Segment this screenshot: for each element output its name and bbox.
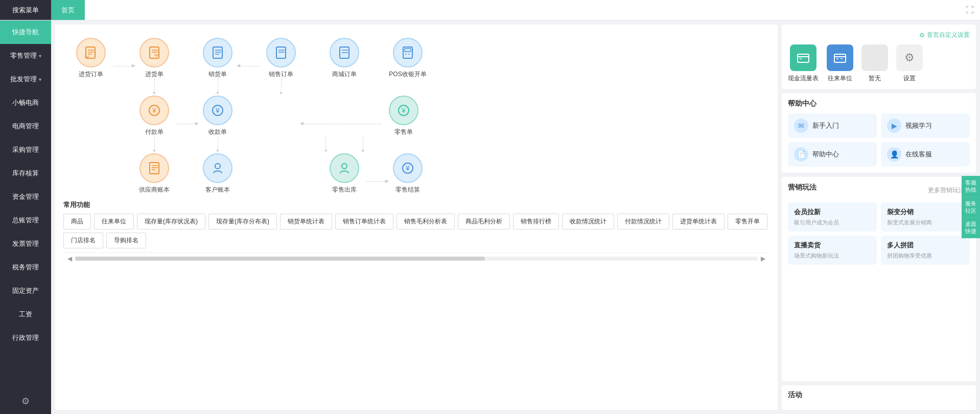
svg-text:¥: ¥ xyxy=(215,106,220,114)
sidebar-item-admin[interactable]: 行政管理 xyxy=(0,326,51,350)
node-lingshougiesuan[interactable]: ¥ 零售结算 xyxy=(385,153,430,194)
activity-title: 活动 xyxy=(788,390,970,400)
float-btn-desktop[interactable]: 桌面快捷 xyxy=(962,217,980,238)
sidebar-item-invoice[interactable]: 发票管理 xyxy=(0,232,51,256)
arrow-1-2 xyxy=(113,66,132,79)
cf-btn-goods[interactable]: 商品 xyxy=(63,214,91,229)
node-jinhuodan[interactable]: 进货单 xyxy=(132,38,177,79)
bottom-scrollbar[interactable]: ◀ ▶ xyxy=(63,252,769,264)
svg-rect-26 xyxy=(150,163,159,174)
cf-btn-store-rank[interactable]: 门店排名 xyxy=(63,233,103,248)
sidebar-item-ledger[interactable]: 总账管理 xyxy=(0,209,51,232)
settings-icon[interactable]: ⚙ xyxy=(0,388,51,414)
node-jinhuoddingdan[interactable]: 进货订单 xyxy=(68,38,113,79)
node-fukuandan[interactable]: ¥ 付款单 xyxy=(132,96,177,136)
quick-nav-icons: 现金流量表 往来单位 暂无 xyxy=(788,44,970,83)
float-btn-service[interactable]: 客服热线 xyxy=(962,176,980,197)
svg-text:¥: ¥ xyxy=(405,164,410,172)
label-jinhuodan: 进货单 xyxy=(145,70,164,79)
label-gongyingshang: 供应商账本 xyxy=(139,186,170,194)
quick-nav-cashflow[interactable]: 现金流量表 xyxy=(788,44,819,83)
node-shoukuandan[interactable]: ¥ 收款单 xyxy=(195,96,240,136)
quick-nav-header[interactable]: ⚙ 首页自定义设置 xyxy=(788,31,970,39)
search-menu[interactable]: 搜索菜单 xyxy=(0,0,51,20)
node-lingshouchufu[interactable]: 零售出库 xyxy=(322,153,367,194)
help-section-title: 帮助中心 xyxy=(788,99,970,108)
scroll-track[interactable] xyxy=(75,257,758,261)
label-xiaohuodan: 销货单 xyxy=(208,70,227,79)
help-item-beginner[interactable]: ✉ 新手入门 xyxy=(788,113,877,138)
label-fukuandan: 付款单 xyxy=(145,128,164,136)
sidebar-item-purchase[interactable]: 采购管理 xyxy=(0,138,51,162)
help-section: 帮助中心 ✉ 新手入门 ▶ 视频学习 📄 帮助中心 xyxy=(782,93,976,173)
activity-section: 活动 xyxy=(782,385,976,410)
marketing-item-referral[interactable]: 裂变分销 裂变式发展分销商 xyxy=(881,202,970,232)
sidebar-item-payroll[interactable]: 工资 xyxy=(0,303,51,326)
cf-btn-stock2[interactable]: 现存量(库存分布表) xyxy=(208,214,277,229)
cf-btn-goods-profit[interactable]: 商品毛利分析 xyxy=(458,214,510,229)
svg-rect-37 xyxy=(834,54,846,62)
beginner-icon: ✉ xyxy=(794,119,808,133)
sidebar: 快捷导航 零售管理 ▾ 批发管理 ▾ 小畅电商 电商管理 采购管理 库存核算 资… xyxy=(0,20,51,414)
svg-point-30 xyxy=(215,164,220,169)
settings-nav-label: 设置 xyxy=(903,74,916,83)
node-pos[interactable]: POS收银开单 xyxy=(385,38,430,79)
node-xiaoshouddingdan[interactable]: 销售订单 xyxy=(259,38,304,79)
help-item-helpcenter[interactable]: 📄 帮助中心 xyxy=(788,142,877,167)
cf-btn-purchase-stat[interactable]: 进货单统计表 xyxy=(672,214,725,229)
home-tab[interactable]: 首页 xyxy=(51,0,85,20)
sidebar-item-inventory[interactable]: 库存核算 xyxy=(0,162,51,185)
help-item-online[interactable]: 👤 在线客服 xyxy=(881,142,970,167)
vconn-lingshoudan-r: ▼ xyxy=(361,136,365,153)
floating-buttons: 客服热线 服务社区 桌面快捷 xyxy=(962,176,980,238)
top-bar: 搜索菜单 首页 ⛶ xyxy=(0,0,980,20)
sidebar-item-quicknav[interactable]: 快捷导航 xyxy=(0,20,51,44)
sidebar-item-retail[interactable]: 零售管理 ▾ xyxy=(0,44,51,67)
beginner-label: 新手入门 xyxy=(812,121,839,130)
cf-btn-order-stat[interactable]: 销售订单统计表 xyxy=(335,214,393,229)
diagram-wrap: 进货订单 进货单 xyxy=(63,33,769,194)
node-xiaohuodan[interactable]: 销货单 xyxy=(195,38,240,79)
svg-text:¥: ¥ xyxy=(401,106,406,114)
sidebar-item-tax[interactable]: 税务管理 xyxy=(0,256,51,279)
quick-nav-none[interactable]: 暂无 xyxy=(861,44,888,83)
label-kehuzhangben: 客户账本 xyxy=(205,186,230,194)
sidebar-item-wholesale[interactable]: 批发管理 ▾ xyxy=(0,67,51,91)
scroll-right-arrow[interactable]: ▶ xyxy=(761,255,765,262)
circle-fukuandan: ¥ xyxy=(139,96,169,125)
cf-btn-guide-rank[interactable]: 导购排名 xyxy=(106,233,146,248)
cf-btn-receipt-stat[interactable]: 收款情况统计 xyxy=(562,214,614,229)
node-lingshoudan[interactable]: ¥ 零售单 xyxy=(381,96,426,136)
scroll-left-arrow[interactable]: ◀ xyxy=(67,255,72,262)
cf-btn-profit-analysis[interactable]: 销售毛利分析表 xyxy=(396,214,455,229)
cf-btn-sales-stat[interactable]: 销货单统计表 xyxy=(280,214,332,229)
marketing-item-live[interactable]: 直播卖货 场景式购物新玩法 xyxy=(788,236,877,265)
sidebar-item-assets[interactable]: 固定资产 xyxy=(0,279,51,303)
v-connectors-1: ▼ ▼ ▼ xyxy=(68,79,769,96)
node-kehuzhangben[interactable]: 客户账本 xyxy=(195,153,240,194)
node-shangchengddingdan[interactable]: 商城订单 xyxy=(322,38,367,79)
top-bar-right: ⛶ xyxy=(966,0,980,20)
fullscreen-icon[interactable]: ⛶ xyxy=(966,6,974,15)
label-pos: POS收银开单 xyxy=(389,70,426,79)
marketing-item-group[interactable]: 多人拼团 拼团购物享受优惠 xyxy=(881,236,970,265)
node-gongyingshang[interactable]: 供应商账本 xyxy=(132,153,177,194)
main-layout: 快捷导航 零售管理 ▾ 批发管理 ▾ 小畅电商 电商管理 采购管理 库存核算 资… xyxy=(0,20,980,414)
label-xiaoshouddingdan: 销售订单 xyxy=(269,70,293,79)
label-lingshouchufu: 零售出库 xyxy=(332,186,357,194)
cf-btn-sales-rank[interactable]: 销售排行榜 xyxy=(513,214,559,229)
float-btn-community[interactable]: 服务社区 xyxy=(962,197,980,218)
marketing-item-membership[interactable]: 会员拉新 吸引用户成为会员 xyxy=(788,202,877,232)
vconn-xiaoshouddingdan: ▼ xyxy=(259,79,304,96)
quick-nav-settings[interactable]: ⚙ 设置 xyxy=(896,44,923,83)
cf-btn-partners[interactable]: 往来单位 xyxy=(94,214,134,229)
sidebar-item-finance[interactable]: 资金管理 xyxy=(0,185,51,209)
cf-btn-payment-stat[interactable]: 付款情况统计 xyxy=(617,214,669,229)
sidebar-item-ecommerce-mgmt[interactable]: 电商管理 xyxy=(0,114,51,138)
cf-btn-retail-order[interactable]: 零售开单 xyxy=(728,214,767,229)
sidebar-item-ecommerce-small[interactable]: 小畅电商 xyxy=(0,91,51,114)
partners-label: 往来单位 xyxy=(828,74,852,83)
help-item-video[interactable]: ▶ 视频学习 xyxy=(881,113,970,138)
cf-btn-stock1[interactable]: 现存量(库存状况表) xyxy=(137,214,205,229)
quick-nav-partners[interactable]: 往来单位 xyxy=(827,44,853,83)
